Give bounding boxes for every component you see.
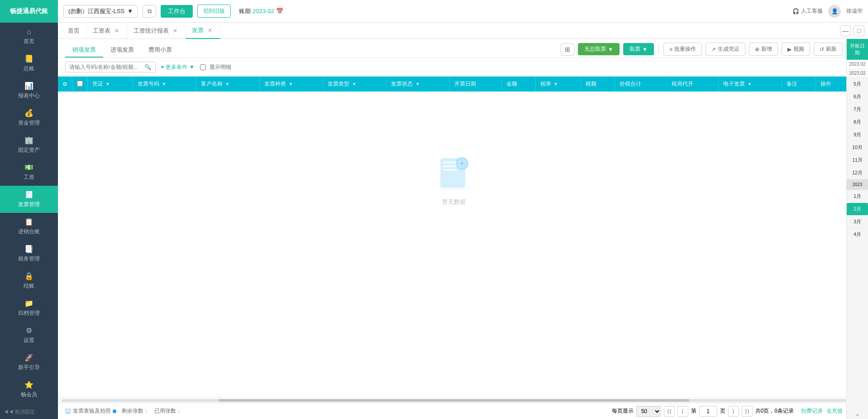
date-item-6[interactable]: 6月 (847, 91, 868, 103)
grid-view-button[interactable]: ⊞ (561, 43, 574, 56)
tab-invoice[interactable]: 发票 ✕ (186, 23, 220, 39)
tab-payroll-close[interactable]: ✕ (113, 27, 120, 34)
sub-tab-sales-invoice[interactable]: 销项发票 (65, 43, 103, 58)
date-item-2023-2[interactable]: 2月 (847, 203, 868, 216)
date-item-2023-1[interactable]: 1月 (847, 190, 868, 203)
customer-filter-icon[interactable]: ▼ (225, 82, 230, 87)
col-tax-total: 价税合计 (615, 77, 667, 92)
workbench-button[interactable]: 工作台 (161, 5, 193, 18)
sidebar-item-guide[interactable]: 🚀 新手引导 (0, 349, 58, 376)
sub-tab-expense-receipt[interactable]: 费用小票 (141, 43, 179, 58)
last-page-button[interactable]: ⟩⟩ (742, 406, 753, 417)
sidebar-item-reports[interactable]: 📊 报表中心 (0, 77, 58, 104)
date-item-2023-4[interactable]: 4月 (847, 228, 868, 241)
remaining-label: 剩余张数： (122, 407, 149, 415)
next-page-button[interactable]: ⟩ (728, 406, 739, 417)
video-icon: ▶ (787, 46, 792, 53)
tab-payroll[interactable]: 工资表 ✕ (86, 23, 127, 39)
col-settings[interactable]: ⚙ (58, 77, 72, 92)
date-item-5[interactable]: 5月 (847, 78, 868, 91)
company-selector[interactable]: (勿删）江西服宝-LSS ▼ (63, 5, 138, 18)
invoice-category-filter-icon[interactable]: ▼ (352, 82, 357, 87)
date-item-7[interactable]: 7月 (847, 103, 868, 116)
sidebar-item-settings[interactable]: ⚙ 设置 (0, 322, 58, 349)
date-item-9[interactable]: 9月 (847, 129, 868, 141)
invoice-no-filter-icon[interactable]: ▼ (162, 82, 167, 87)
tab-payroll-stats[interactable]: 工资统计报表 ✕ (127, 23, 186, 39)
filter-button[interactable]: ▾ 更多条件 ▼ (161, 63, 195, 71)
scrollbar-thumb[interactable] (219, 399, 689, 402)
date-item-10[interactable]: 10月 (847, 141, 868, 154)
copy-button[interactable]: ⧉ (143, 5, 156, 18)
voucher-filter-icon[interactable]: ▼ (105, 82, 110, 87)
used-label: 已用张数： (154, 407, 181, 415)
switch-version-button[interactable]: 切到旧版 (197, 5, 231, 18)
show-detail-checkbox[interactable]: 显示明细 (200, 63, 231, 71)
sidebar-item-assets[interactable]: 🏢 固定资产 (0, 131, 58, 159)
e-invoice-filter-icon[interactable]: ▼ (748, 82, 752, 87)
sidebar-item-tax[interactable]: 📑 税务管理 (0, 240, 58, 267)
bottom-bar: ☑ 发票查验及拍照 剩余张数： 已用张数： 每页显示 50 100 (58, 403, 850, 419)
col-operation: 操作 (816, 77, 850, 92)
first-page-button[interactable]: ⟨⟨ (664, 406, 675, 417)
main-content: 销项发票 进项发票 费用小票 ⊞ 无总取票 ▼ 取票 ▼ (58, 39, 868, 419)
select-all-checkbox[interactable] (77, 81, 83, 87)
sub-tab-purchase-invoice[interactable]: 进项发票 (103, 43, 141, 58)
prev-page-button[interactable]: ⟨ (677, 406, 688, 417)
sidebar-item-archive[interactable]: 📁 归档管理 (0, 294, 58, 322)
date-header-1: 2023.02 (847, 60, 868, 69)
sidebar-item-payroll[interactable]: 💵 工资 (0, 159, 58, 186)
sidebar-item-home[interactable]: ⌂ 首页 (0, 23, 58, 50)
tab-payroll-stats-close[interactable]: ✕ (172, 27, 179, 34)
invoices-icon: 🧾 (24, 190, 33, 199)
sidebar-item-funds[interactable]: 💰 资金管理 (0, 104, 58, 131)
sidebar-item-close[interactable]: 🔒 结账 (0, 267, 58, 294)
sidebar-item-member[interactable]: ⭐ 畅会员 (0, 376, 58, 403)
refresh-button[interactable]: ↺ 刷新 (814, 43, 843, 56)
col-invoice-category: 发票类型 ▼ (323, 77, 386, 92)
new-button[interactable]: ⊕ 新增 (749, 43, 778, 56)
search-input-wrap[interactable]: 🔍 (65, 62, 156, 72)
video-button[interactable]: ▶ 视频 (782, 43, 810, 56)
new-icon: ⊕ (755, 46, 759, 53)
funds-icon: 💰 (24, 109, 33, 117)
sidebar-unpin-button[interactable]: ◀◀ 取消固定 (0, 405, 58, 419)
date-item-8[interactable]: 8月 (847, 116, 868, 129)
date-item-12[interactable]: 12月 (847, 167, 868, 179)
tab-maximize-button[interactable]: □ (854, 25, 864, 36)
sidebar-item-sales-ledger[interactable]: 📋 进销台账 (0, 213, 58, 240)
invoice-type-filter-icon[interactable]: ▼ (289, 82, 293, 87)
col-checkbox[interactable] (72, 77, 88, 92)
user-name[interactable]: 徐溢华 (846, 7, 863, 15)
go-buy-link[interactable]: 去充值 (826, 407, 843, 415)
sidebar-item-invoices[interactable]: 🧾 发票管理 (0, 186, 58, 213)
add-record-link[interactable]: 扣费记录 (801, 407, 823, 415)
support-button[interactable]: 🎧 人工客服 (792, 7, 823, 15)
tab-invoice-close[interactable]: ✕ (206, 27, 214, 34)
tab-home[interactable]: 首页 (62, 23, 86, 39)
generate-voucher-button[interactable]: ↗ 生成凭证 (706, 43, 745, 56)
page-number-input[interactable] (699, 406, 717, 417)
tab-minimize-button[interactable]: — (840, 25, 851, 36)
verify-checkbox-icon[interactable]: ☑ (65, 408, 71, 415)
date-item-2023-3[interactable]: 3月 (847, 216, 868, 228)
horizontal-scrollbar-area[interactable] (58, 397, 850, 403)
svg-rect-4 (443, 169, 456, 171)
page-size-select[interactable]: 50 100 200 (636, 406, 661, 417)
guide-icon: 🚀 (24, 353, 33, 362)
col-invoice-status: 发票状态 ▼ (386, 77, 450, 92)
table-header-row: ⚙ 凭证 ▼ 发票号码 ▼ 客户名称 (58, 77, 850, 92)
take-ticket-button[interactable]: 取票 ▼ (623, 43, 654, 55)
date-item-11[interactable]: 11月 (847, 154, 868, 167)
open-date-button[interactable]: 开账日期 (847, 39, 868, 60)
batch-op-button[interactable]: ≡ 批量操作 (663, 43, 702, 56)
invoice-status-filter-icon[interactable]: ▼ (415, 82, 420, 87)
bottom-left: ☑ 发票查验及拍照 剩余张数： 已用张数： (65, 407, 181, 415)
tax-rate-filter-icon[interactable]: ▼ (553, 82, 558, 87)
invoice-table: ⚙ 凭证 ▼ 发票号码 ▼ 客户名称 (58, 77, 850, 92)
show-detail-check[interactable] (200, 64, 206, 70)
no-ticket-button[interactable]: 无总取票 ▼ (578, 43, 620, 55)
date-scroll-down[interactable]: ⌄ (847, 408, 868, 419)
sidebar-item-ledger[interactable]: 📒 总账 (0, 50, 58, 77)
search-input[interactable] (69, 64, 142, 70)
